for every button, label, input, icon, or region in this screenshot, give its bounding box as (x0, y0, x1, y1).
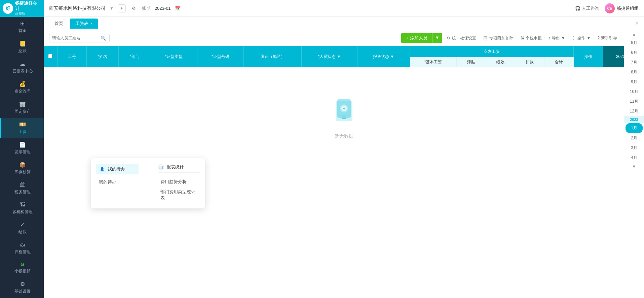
month-item-8[interactable]: 8月 (624, 67, 644, 77)
base-salary-header: *基本工资 (410, 57, 456, 67)
personal-tax-button[interactable]: 🏛 个税申报 (518, 34, 544, 42)
month-nav-down[interactable]: ▼ (624, 163, 644, 170)
export-icon: ↑ (548, 36, 551, 40)
empty-icon (327, 94, 361, 128)
month-nav-up[interactable]: ▲ (624, 30, 644, 38)
my-todo-item[interactable]: 我的待办 (96, 177, 139, 187)
new-guide-button[interactable]: ? 新手引导 (595, 34, 619, 42)
sidebar-item-multi[interactable]: 🏗 多机构管理 (0, 198, 44, 218)
total-header: 合计 (544, 57, 573, 67)
sidebar-item-invoice[interactable]: 📄 发票管理 (0, 138, 44, 158)
month-item-4[interactable]: 4月 (624, 153, 644, 163)
sidebar-item-tax[interactable]: 🏛 税务管理 (0, 178, 44, 198)
content-area: 🔍 + 添加人员 ▼ ⚙ 统一社保设置 📋 专项附加扣除 (44, 30, 644, 298)
dropdown-reports-header[interactable]: 📊 报表统计 (158, 164, 200, 173)
user-info[interactable]: CE 畅捷通组组 (605, 3, 639, 13)
headset-icon: 🎧 (575, 6, 580, 11)
my-todo-label: 我的待办 (99, 179, 116, 185)
svg-rect-7 (342, 118, 346, 119)
archive-icon: 🗂 (20, 242, 25, 248)
expense-trend-item[interactable]: 费用趋势分析 (158, 177, 200, 187)
personal-tax-icon: 🏛 (520, 36, 524, 40)
inventory-icon: 📦 (19, 162, 26, 168)
sidebar-item-checkout[interactable]: ✓ 结账 (0, 218, 44, 238)
xiaochu-icon: G (21, 262, 24, 267)
sidebar-item-assets[interactable]: 🏢 固定资产 (0, 98, 44, 118)
deduction-header: 扣款 (515, 57, 544, 67)
social-insurance-button[interactable]: ⚙ 统一社保设置 (445, 34, 478, 42)
month-item-10[interactable]: 10月 (624, 87, 644, 97)
add-company-button[interactable]: + (118, 4, 126, 12)
user-name: 畅捷通组组 (617, 5, 639, 11)
tab-home[interactable]: 首页 (49, 19, 69, 29)
settings-button[interactable]: ⚙ (130, 4, 138, 12)
sidebar-item-ledger[interactable]: 📒 总账 (0, 37, 44, 57)
dropdown-section: 👤 我的待办 我的待办 📊 报表统计 费用趋势分析 (96, 164, 200, 203)
social-insurance-label: 统一社保设置 (452, 35, 476, 41)
status-filter-icon[interactable]: ▼ (337, 54, 341, 59)
period-value: 2023-01 (155, 6, 171, 11)
export-button[interactable]: ↑ 导出 ▼ (546, 34, 567, 42)
dropdown-col-todo: 👤 我的待办 我的待办 (96, 164, 139, 203)
sidebar-item-home[interactable]: ⊞ 首页 (0, 17, 44, 37)
checkbox-header[interactable] (44, 46, 57, 67)
todo-col-label: 我的待办 (108, 166, 125, 172)
operations-button[interactable]: ⋮ 操作 ▼ (570, 34, 593, 42)
sidebar-item-basic[interactable]: ⚙ 基础设置 (0, 277, 44, 298)
search-input[interactable] (52, 36, 99, 40)
empno-header: 工号 (57, 46, 86, 67)
sidebar-item-archive[interactable]: 🗂 归档管理 (0, 238, 44, 258)
special-deduct-icon: 📋 (483, 36, 488, 40)
sidebar-item-label: 结账 (18, 229, 27, 235)
sidebar-item-label: 发票管理 (14, 149, 31, 155)
dropdown-todo-header[interactable]: 👤 我的待办 (96, 164, 139, 174)
month-item-3[interactable]: 3月 (624, 143, 644, 153)
select-all-checkbox[interactable] (48, 54, 52, 58)
name-header: *姓名 (86, 46, 118, 67)
sidebar-item-inventory[interactable]: 📦 库存核算 (0, 158, 44, 178)
add-person-button[interactable]: + 添加人员 (401, 33, 432, 43)
funds-icon: 💰 (19, 81, 26, 87)
empty-state: 暂无数据 (44, 67, 644, 166)
dept-expense-item[interactable]: 部门费用类型统计表 (158, 187, 200, 203)
export-label: 导出 (552, 35, 560, 41)
sidebar-item-xiaochu[interactable]: G 小畅报销 (0, 258, 44, 277)
month-item-1[interactable]: 1月 (626, 123, 643, 133)
company-dropdown-arrow[interactable]: ▼ (110, 6, 114, 11)
avatar: CE (605, 3, 615, 13)
sidebar-item-label: 资金管理 (14, 89, 31, 94)
month-item-9[interactable]: 9月 (624, 77, 644, 87)
month-item-11[interactable]: 11月 (624, 97, 644, 106)
month-item-7[interactable]: 7月 (624, 58, 644, 67)
tab-salary-label: 工资表 (75, 21, 88, 27)
sidebar-item-cloud[interactable]: ☁ 云报表中心 (0, 57, 44, 77)
add-person-dropdown-arrow[interactable]: ▼ (432, 33, 442, 43)
add-person-label: 添加人员 (410, 35, 427, 41)
month-item-12[interactable]: 12月 (624, 106, 644, 116)
salary-icon: 💴 (19, 121, 26, 128)
window-close-button[interactable]: × (636, 21, 639, 27)
service-button[interactable]: 🎧 人工咨询 (575, 5, 599, 11)
home-icon: ⊞ (20, 20, 25, 27)
period-calendar-icon[interactable]: 📅 (175, 6, 180, 11)
tab-close-icon[interactable]: × (90, 22, 92, 26)
sidebar-nav: ⊞ 首页 📒 总账 ☁ 云报表中心 💰 资金管理 🏢 固定资产 💴 工资 📄 发… (0, 17, 44, 298)
sidebar: 好 畅捷通好会计 旗舰版 ⊞ 首页 📒 总账 ☁ 云报表中心 💰 资金管理 🏢 … (0, 0, 44, 298)
dept-expense-label: 部门费用类型统计表 (160, 189, 195, 200)
tab-salary-table[interactable]: 工资表 × (70, 19, 98, 29)
top-header: 西安虾米网络科技有限公司 ▼ + ⚙ 账期 2023-01 📅 🎧 人工咨询 C… (44, 0, 644, 17)
expense-trend-label: 费用趋势分析 (160, 179, 187, 184)
sidebar-item-label: 多机构管理 (12, 209, 33, 215)
app-name: 畅捷通好会计 (15, 1, 41, 11)
month-item-6[interactable]: 6月 (624, 48, 644, 58)
sidebar-item-salary[interactable]: 💴 工资 (0, 118, 44, 138)
add-person-icon: + (406, 36, 409, 41)
sidebar-item-funds[interactable]: 💰 资金管理 (0, 77, 44, 98)
report-filter-icon[interactable]: ▼ (390, 54, 394, 59)
month-item-2[interactable]: 2月 (624, 133, 644, 143)
special-deduct-button[interactable]: 📋 专项附加扣除 (481, 34, 516, 42)
month-item-5[interactable]: 5月 (624, 38, 644, 48)
search-icon[interactable]: 🔍 (101, 36, 106, 41)
header-right: 🎧 人工咨询 CE 畅捷通组组 (575, 3, 639, 13)
dropdown-menu: 👤 我的待办 我的待办 📊 报表统计 费用趋势分析 (91, 158, 205, 208)
